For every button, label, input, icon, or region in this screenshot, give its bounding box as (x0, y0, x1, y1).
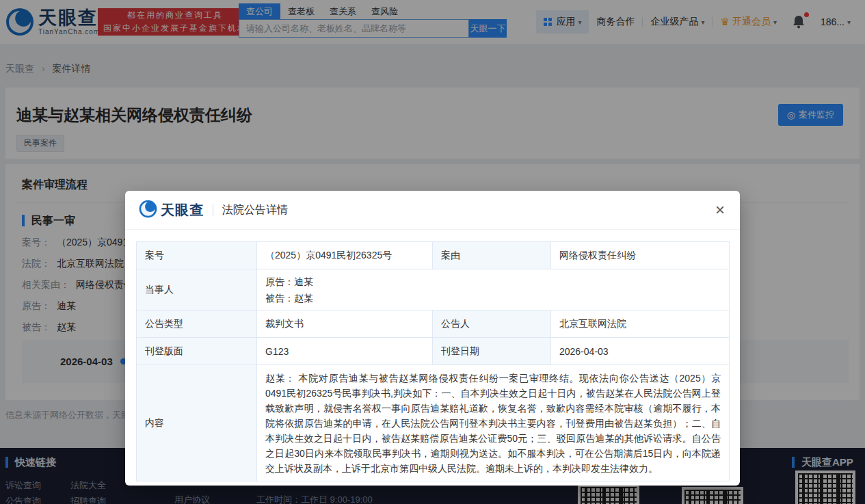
cell-label: 刊登日期 (433, 338, 551, 365)
cell-value: 网络侵权责任纠纷 (551, 242, 730, 269)
cell-value: G123 (257, 338, 433, 365)
cell-value: 北京互联网法院 (551, 310, 730, 338)
tianyancha-logo-icon (139, 200, 157, 221)
party-plaintiff: 原告：迪某 (265, 274, 721, 290)
modal-brand: 天眼查 (161, 201, 204, 220)
cell-label: 刊登版面 (137, 338, 257, 365)
modal-header: 天眼查 法院公告详情 × (125, 191, 740, 230)
table-row: 当事人 原告：迪某 被告：赵某 (137, 269, 730, 310)
court-announcement-modal: 天眼查 法院公告详情 × 案号 （2025）京0491民初26325号 案由 网… (125, 191, 740, 486)
cell-value: 赵某： 本院对原告迪某与被告赵某网络侵权责任纠纷一案已审理终结。现依法向你公告送… (257, 365, 730, 481)
divider (213, 204, 213, 216)
table-row: 内容 赵某： 本院对原告迪某与被告赵某网络侵权责任纠纷一案已审理终结。现依法向你… (137, 365, 730, 481)
table-row: 案号 （2025）京0491民初26325号 案由 网络侵权责任纠纷 (137, 242, 730, 269)
close-icon[interactable]: × (714, 202, 726, 218)
cell-label: 案由 (433, 242, 551, 269)
cell-value: 裁判文书 (257, 310, 433, 338)
cell-label: 公告类型 (137, 310, 257, 338)
cell-label: 公告人 (433, 310, 551, 338)
table-row: 刊登版面 G123 刊登日期 2026-04-03 (137, 338, 730, 365)
cell-label: 当事人 (137, 269, 257, 310)
announcement-table: 案号 （2025）京0491民初26325号 案由 网络侵权责任纠纷 当事人 原… (136, 241, 730, 481)
party-defendant: 被告：赵某 (265, 290, 721, 306)
cell-value: 2026-04-03 (551, 338, 730, 365)
cell-label: 案号 (137, 242, 257, 269)
cell-label: 内容 (137, 365, 257, 481)
cell-value: （2025）京0491民初26325号 (257, 242, 433, 269)
announcement-content: 赵某： 本院对原告迪某与被告赵某网络侵权责任纠纷一案已审理终结。现依法向你公告送… (265, 371, 721, 476)
cell-value: 原告：迪某 被告：赵某 (257, 269, 730, 310)
table-row: 公告类型 裁判文书 公告人 北京互联网法院 (137, 310, 730, 338)
modal-title: 法院公告详情 (222, 203, 288, 217)
